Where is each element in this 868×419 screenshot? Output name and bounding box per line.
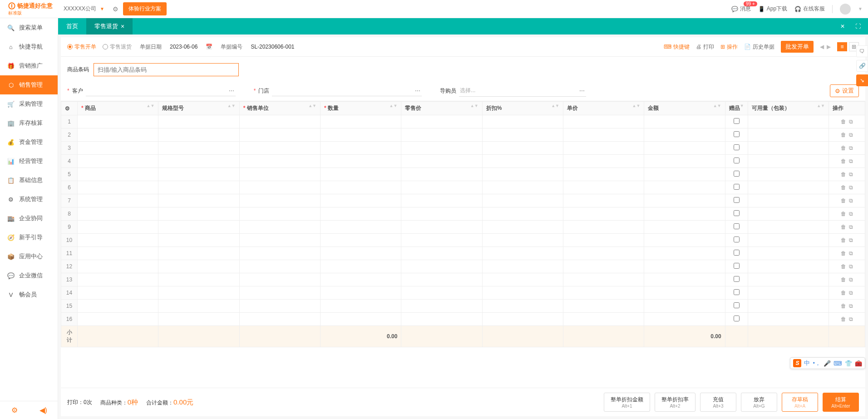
cell[interactable] <box>644 221 725 234</box>
copy-icon[interactable]: ⧉ <box>849 224 853 230</box>
gift-checkbox[interactable] <box>734 118 740 124</box>
cell[interactable] <box>78 234 158 247</box>
table-row[interactable]: 1🗑⧉ <box>61 115 865 128</box>
close-icon[interactable]: × <box>121 23 124 30</box>
cell[interactable] <box>482 300 563 313</box>
cell[interactable] <box>320 207 401 221</box>
cell[interactable] <box>78 260 158 273</box>
cell[interactable] <box>239 181 320 194</box>
cell[interactable] <box>748 115 829 128</box>
cell[interactable] <box>563 194 644 207</box>
copy-icon[interactable]: ⧉ <box>849 118 853 125</box>
app-download-link[interactable]: 📱 App下载 <box>758 5 787 13</box>
cell[interactable] <box>563 115 644 128</box>
cell[interactable] <box>401 155 482 168</box>
copy-icon[interactable]: ⧉ <box>849 316 853 322</box>
gift-cell[interactable] <box>725 128 748 142</box>
cell[interactable] <box>320 128 401 142</box>
cell[interactable] <box>748 207 829 221</box>
cell[interactable] <box>563 142 644 155</box>
delete-icon[interactable]: 🗑 <box>841 276 846 283</box>
ime-punct-icon[interactable]: •， <box>813 359 821 367</box>
fullscreen-icon[interactable]: ⛶ <box>853 21 863 32</box>
sidebar-item-13[interactable]: 💬企业微信 <box>0 266 58 285</box>
cell[interactable] <box>748 300 829 313</box>
print-link[interactable]: 🖨 打印 <box>696 43 714 51</box>
cell[interactable] <box>482 128 563 142</box>
cell[interactable] <box>158 300 239 313</box>
cell[interactable] <box>320 168 401 181</box>
cell[interactable] <box>644 155 725 168</box>
table-row[interactable]: 3🗑⧉ <box>61 142 865 155</box>
gift-cell[interactable] <box>725 286 748 300</box>
delete-icon[interactable]: 🗑 <box>841 145 846 151</box>
col-header-2[interactable]: ▲▼* 销售单位 <box>239 102 320 115</box>
cell[interactable] <box>320 142 401 155</box>
cell[interactable] <box>239 115 320 128</box>
cell[interactable] <box>78 168 158 181</box>
cell[interactable] <box>78 115 158 128</box>
cell[interactable] <box>320 273 401 286</box>
table-row[interactable]: 12🗑⧉ <box>61 260 865 273</box>
gift-checkbox[interactable] <box>734 184 740 190</box>
cell[interactable] <box>320 181 401 194</box>
cell[interactable] <box>482 273 563 286</box>
list-view-icon[interactable]: ≡ <box>837 42 847 51</box>
cell[interactable] <box>158 168 239 181</box>
next-record-icon[interactable]: ▶ <box>827 44 831 50</box>
gift-checkbox[interactable] <box>734 223 740 229</box>
cell[interactable] <box>563 168 644 181</box>
gift-checkbox[interactable] <box>734 250 740 256</box>
table-row[interactable]: 4🗑⧉ <box>61 155 865 168</box>
cell[interactable] <box>644 207 725 221</box>
gift-checkbox[interactable] <box>734 315 740 321</box>
cell[interactable] <box>320 286 401 300</box>
ime-bar[interactable]: S 中 •， 🎤 ⌨ 👕 🧰 <box>790 357 865 369</box>
cell[interactable] <box>320 221 401 234</box>
cell[interactable] <box>401 207 482 221</box>
gift-cell[interactable] <box>725 221 748 234</box>
tab-home[interactable]: 首页 <box>58 18 86 35</box>
cell[interactable] <box>158 194 239 207</box>
gift-cell[interactable] <box>725 168 748 181</box>
ime-tool-icon[interactable]: 🧰 <box>855 360 862 367</box>
delete-icon[interactable]: 🗑 <box>841 171 846 177</box>
cell[interactable] <box>401 221 482 234</box>
messages-link[interactable]: 💬 消息 99 + <box>731 5 751 13</box>
delete-icon[interactable]: 🗑 <box>841 303 846 309</box>
sidebar-item-12[interactable]: 📦应用中心 <box>0 247 58 266</box>
company-select[interactable]: XXXXXX公司 ▼ <box>64 5 104 13</box>
gift-checkbox[interactable] <box>734 289 740 295</box>
chevron-down-icon[interactable]: ▼ <box>858 6 863 11</box>
cell[interactable] <box>320 234 401 247</box>
col-header-4[interactable]: ▲▼零售价 <box>401 102 482 115</box>
cell[interactable] <box>563 247 644 260</box>
cell[interactable] <box>158 234 239 247</box>
cell[interactable] <box>644 300 725 313</box>
cell[interactable] <box>482 221 563 234</box>
copy-icon[interactable]: ⧉ <box>849 290 853 296</box>
batch-open-button[interactable]: 批发开单 <box>781 41 814 53</box>
cell[interactable] <box>78 181 158 194</box>
cell[interactable] <box>78 155 158 168</box>
gift-checkbox[interactable] <box>734 263 740 269</box>
cell[interactable] <box>239 313 320 326</box>
cell[interactable] <box>158 115 239 128</box>
cell[interactable] <box>158 313 239 326</box>
table-row[interactable]: 7🗑⧉ <box>61 194 865 207</box>
radio-retail-open[interactable]: 零售开单 <box>67 43 96 51</box>
sidebar-item-9[interactable]: ⚙系统管理 <box>0 190 58 209</box>
barcode-input[interactable] <box>94 63 239 76</box>
gift-cell[interactable] <box>725 155 748 168</box>
gift-cell[interactable] <box>725 313 748 326</box>
cell[interactable] <box>482 115 563 128</box>
copy-icon[interactable]: ⧉ <box>849 197 853 204</box>
cell[interactable] <box>563 155 644 168</box>
cell[interactable] <box>563 221 644 234</box>
copy-icon[interactable]: ⧉ <box>849 145 853 151</box>
customer-input[interactable]: ⋯ <box>86 86 236 96</box>
copy-icon[interactable]: ⧉ <box>849 250 853 256</box>
cell[interactable] <box>563 260 644 273</box>
table-row[interactable]: 11🗑⧉ <box>61 247 865 260</box>
delete-icon[interactable]: 🗑 <box>841 118 846 125</box>
